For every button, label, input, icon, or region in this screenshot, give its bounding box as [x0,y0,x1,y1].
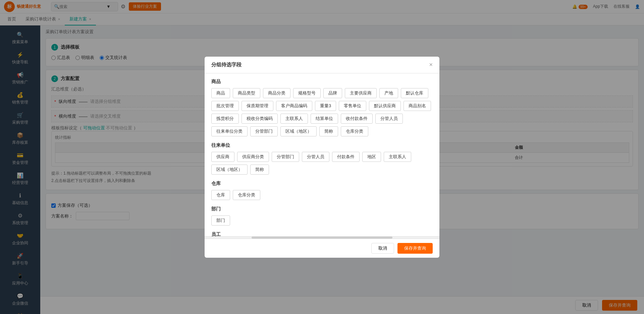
field-tag[interactable]: 客户商品编码 [276,101,312,111]
field-group-warehouse: 仓库 仓库 仓库分类 [211,181,433,200]
modal-body: 商品 商品 商品类型 商品分类 规格型号 品牌 主要供应商 产地 默认仓库 批次… [205,73,439,236]
field-tag[interactable]: 分管部门 [250,126,278,136]
modal-confirm-button[interactable]: 保存并查询 [397,243,433,254]
field-tag[interactable]: 保质期管理 [241,101,273,111]
field-tag[interactable]: 供应商分类 [237,152,269,162]
field-tag[interactable]: 部门 [211,215,230,226]
field-tag[interactable]: 主联系人 [280,114,308,124]
modal-title: 分组待选字段 [211,62,241,68]
field-tag[interactable]: 简称 [319,126,338,136]
field-tag[interactable]: 地区 [362,152,381,162]
field-tag[interactable]: 税收分类编码 [241,114,278,124]
field-tags-dept: 部门 [211,215,433,226]
modal-cancel-button[interactable]: 取消 [371,243,394,254]
field-select-modal: 分组待选字段 × 商品 商品 商品类型 商品分类 规格型号 品牌 主要供应商 产… [205,57,439,258]
field-group-warehouse-title: 仓库 [211,181,433,187]
field-tag[interactable]: 分管人员 [302,152,329,162]
field-tag[interactable]: 规格型号 [293,88,321,98]
field-tag[interactable]: 重量3 [315,101,336,111]
field-tag[interactable]: 付款条件 [332,152,360,162]
field-tag[interactable]: 分管人员 [375,114,403,124]
field-tag[interactable]: 供应商 [211,152,234,162]
field-tag[interactable]: 默认仓库 [401,88,428,98]
field-tag[interactable]: 产地 [379,88,398,98]
field-tag[interactable]: 往来单位分类 [211,126,248,136]
modal-header: 分组待选字段 × [205,57,439,73]
field-tag[interactable]: 仓库 [211,190,230,200]
field-group-product-title: 商品 [211,79,433,85]
field-tag[interactable]: 主要供应商 [345,88,377,98]
field-group-product: 商品 商品 商品类型 商品分类 规格型号 品牌 主要供应商 产地 默认仓库 批次… [211,79,433,136]
field-group-employee-title: 员工 [211,232,433,236]
field-group-dept-title: 部门 [211,206,433,212]
field-tag[interactable]: 仓库分类 [341,126,368,136]
field-tag[interactable]: 收付款条件 [341,114,373,124]
field-group-employee: 员工 业务员 [211,232,433,236]
modal-horizontal-scrollbar[interactable] [205,236,439,239]
field-tag[interactable]: 商品类型 [233,88,260,98]
field-tag[interactable]: 零售单位 [339,101,366,111]
modal-close-icon[interactable]: × [429,61,433,68]
field-tag[interactable]: 商品别名 [404,101,431,111]
field-group-dept: 部门 部门 [211,206,433,226]
field-tag[interactable]: 拣货积分 [211,114,239,124]
field-tags-warehouse: 仓库 仓库分类 [211,190,433,200]
modal-footer: 取消 保存并查询 [205,239,439,258]
field-tag[interactable]: 商品分类 [263,88,290,98]
field-group-partner-title: 往来单位 [211,142,433,148]
field-tag[interactable]: 简称 [250,165,269,175]
field-tag[interactable]: 默认供应商 [369,101,401,111]
field-tag[interactable]: 区域（地区） [211,165,248,175]
field-tag[interactable]: 商品 [211,88,230,98]
field-tag[interactable]: 批次管理 [211,101,239,111]
field-group-partner: 往来单位 供应商 供应商分类 分管部门 分管人员 付款条件 地区 主联系人 区域… [211,142,433,175]
field-tag[interactable]: 结算单位 [311,114,338,124]
field-tag[interactable]: 主联系人 [384,152,411,162]
modal-overlay: 分组待选字段 × 商品 商品 商品类型 商品分类 规格型号 品牌 主要供应商 产… [0,0,644,314]
field-tag[interactable]: 区域（地区） [280,126,317,136]
field-tag[interactable]: 分管部门 [272,152,299,162]
field-tag[interactable]: 仓库分类 [233,190,260,200]
field-tag[interactable]: 品牌 [323,88,342,98]
field-tags-partner: 供应商 供应商分类 分管部门 分管人员 付款条件 地区 主联系人 区域（地区） … [211,152,433,175]
field-tags-product: 商品 商品类型 商品分类 规格型号 品牌 主要供应商 产地 默认仓库 批次管理 … [211,88,433,136]
